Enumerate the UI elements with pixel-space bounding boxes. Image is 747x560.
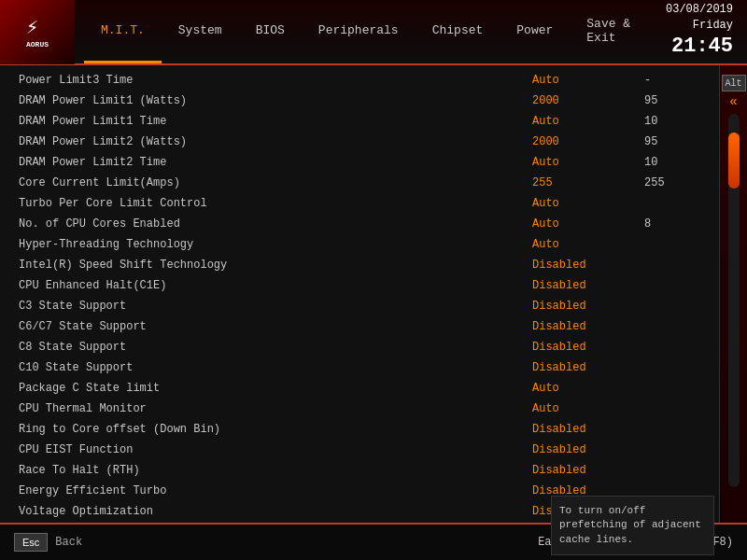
setting-row[interactable]: Package C State limitAuto [0,378,719,399]
setting-value: Disabled [532,361,644,374]
alt-button[interactable]: Alt [722,75,746,91]
setting-name: Ring to Core offset (Down Bin) [19,423,532,436]
setting-value: Auto [532,402,644,415]
setting-name: DRAM Power Limit1 Time [19,115,532,128]
nav-tabs: M.I.T.SystemBIOSPeripheralsChipsetPowerS… [75,0,666,63]
setting-value: Disabled [532,279,644,292]
setting-value: Disabled [532,464,644,477]
setting-value: Auto [532,74,644,87]
setting-value: Auto [532,115,644,128]
setting-value: Auto [532,238,644,251]
nav-tab-peripherals[interactable]: Peripherals [302,0,416,63]
setting-name: Package C State limit [19,382,532,395]
nav-tab-system[interactable]: System [162,0,239,63]
setting-value: 2000 [532,135,644,148]
setting-value: Disabled [532,259,644,272]
setting-name: No. of CPU Cores Enabled [19,217,532,231]
setting-row[interactable]: Ring to Core offset (Down Bin)Disabled [0,419,719,440]
setting-row[interactable]: DRAM Power Limit2 (Watts)200095 [0,132,719,152]
setting-name: C10 State Support [19,361,532,374]
scrollbar-thumb [728,133,740,189]
esc-button[interactable]: Esc [14,533,48,552]
nav-tab-power[interactable]: Power [500,0,570,63]
setting-value: Disabled [532,423,644,436]
tooltip-box: To turn on/off prefetching of adjacent c… [551,496,714,555]
setting-value: 2000 [532,94,644,107]
setting-value2: 10 [644,115,700,128]
setting-row[interactable]: C6/C7 State SupportDisabled [0,316,719,337]
setting-row[interactable]: Turbo Per Core Limit ControlAuto [0,193,719,214]
main-content: Power Limit3 TimeAuto-DRAM Power Limit1 … [0,65,747,523]
setting-row[interactable]: C8 State SupportDisabled [0,337,719,357]
setting-name: Core Current Limit(Amps) [19,176,532,189]
setting-name: DRAM Power Limit1 (Watts) [19,94,532,107]
header: ⚡ AORUS M.I.T.SystemBIOSPeripheralsChips… [0,0,747,65]
setting-name: DRAM Power Limit2 Time [19,156,532,169]
date-text: 03/08/2019 [666,2,733,18]
setting-value: Auto [532,382,644,395]
setting-row[interactable]: CPU Thermal MonitorAuto [0,399,719,419]
setting-name: Voltage Optimization [19,505,532,518]
setting-row[interactable]: Core Current Limit(Amps)255255 [0,173,719,193]
setting-value: Disabled [532,300,644,313]
setting-value: Disabled [532,320,644,333]
back-label: Back [55,536,82,549]
setting-value: Disabled [532,341,644,354]
setting-row[interactable]: DRAM Power Limit1 (Watts)200095 [0,91,719,111]
setting-row[interactable]: Hyper-Threading TechnologyAuto [0,234,719,255]
setting-name: DRAM Power Limit2 (Watts) [19,135,532,148]
tooltip-text: To turn on/off prefetching of adjacent c… [559,505,701,545]
logo-area: ⚡ AORUS [0,0,75,64]
time-text: 21:45 [666,33,733,62]
setting-name: C8 State Support [19,341,532,354]
setting-row[interactable]: CPU Enhanced Halt(C1E)Disabled [0,275,719,296]
setting-name: Hyper-Threading Technology [19,238,532,251]
setting-name: CPU EIST Function [19,443,532,456]
setting-value2: 95 [644,94,700,107]
double-arrow-icon[interactable]: « [729,94,737,109]
logo-text: AORUS [26,40,49,49]
setting-row[interactable]: Race To Halt (RTH)Disabled [0,460,719,481]
setting-row[interactable]: C10 State SupportDisabled [0,357,719,378]
nav-tab-save---exit[interactable]: Save & Exit [570,0,666,63]
setting-value2: 8 [644,217,700,231]
setting-row[interactable]: No. of CPU Cores EnabledAuto8 [0,214,719,234]
setting-name: Power Limit3 Time [19,74,532,87]
setting-name: C6/C7 State Support [19,320,532,333]
setting-name: Intel(R) Speed Shift Technology [19,259,532,272]
nav-tab-bios[interactable]: BIOS [239,0,302,63]
setting-name: CPU Enhanced Halt(C1E) [19,279,532,292]
setting-value2: - [644,74,700,87]
setting-value2: 95 [644,135,700,148]
setting-value: Auto [532,197,644,210]
setting-value2: 255 [644,176,700,189]
scrollbar[interactable] [728,114,740,487]
setting-name: Energy Efficient Turbo [19,484,532,497]
setting-row[interactable]: Intel(R) Speed Shift TechnologyDisabled [0,255,719,275]
setting-value: Disabled [532,443,644,456]
setting-name: C3 State Support [19,300,532,313]
setting-value: Auto [532,217,644,231]
setting-name: Race To Halt (RTH) [19,464,532,477]
setting-name: CPU Thermal Monitor [19,402,532,415]
setting-row[interactable]: DRAM Power Limit1 TimeAuto10 [0,111,719,132]
setting-row[interactable]: Power Limit3 TimeAuto- [0,70,719,91]
setting-name: Turbo Per Core Limit Control [19,197,532,210]
setting-value: 255 [532,176,644,189]
day-text: Friday [666,18,733,34]
nav-tab-m-i-t-[interactable]: M.I.T. [84,0,162,63]
setting-row[interactable]: DRAM Power Limit2 TimeAuto10 [0,152,719,173]
setting-value2: 10 [644,156,700,169]
setting-row[interactable]: CPU EIST FunctionDisabled [0,440,719,460]
datetime: 03/08/2019 Friday 21:45 [666,2,747,62]
setting-row[interactable]: C3 State SupportDisabled [0,296,719,316]
right-sidebar: Alt « [719,65,747,523]
setting-value: Auto [532,156,644,169]
settings-panel: Power Limit3 TimeAuto-DRAM Power Limit1 … [0,65,719,523]
aorus-logo-icon: ⚡ [26,15,49,40]
nav-tab-chipset[interactable]: Chipset [416,0,500,63]
